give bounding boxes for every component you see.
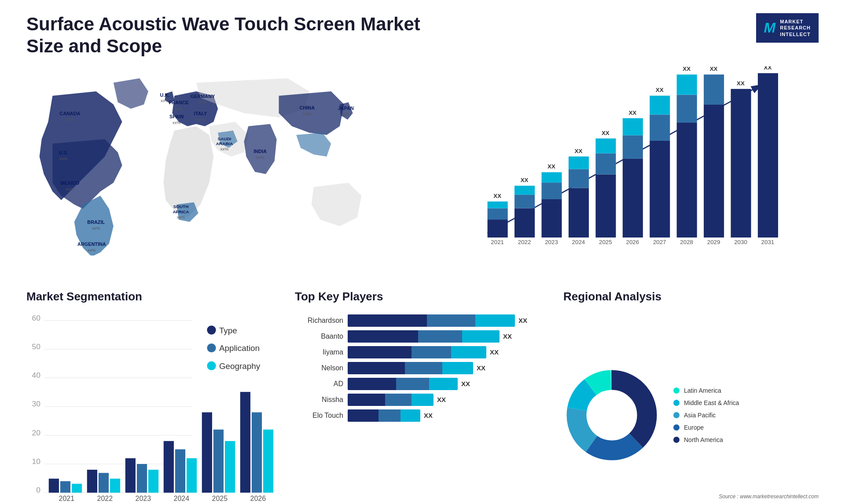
player-bar: [348, 378, 458, 390]
legend-item-europe: Europe: [673, 424, 739, 431]
svg-rect-78: [731, 89, 751, 237]
svg-text:2028: 2028: [680, 239, 693, 245]
svg-text:40: 40: [32, 371, 40, 380]
svg-text:xx%: xx%: [303, 111, 312, 116]
legend-label-mea: Middle East & Africa: [684, 399, 739, 406]
player-bar: [348, 346, 486, 358]
svg-point-133: [588, 391, 636, 439]
world-map: CANADA xx% U.S. xx% MEXICO xx% BRAZIL xx…: [26, 66, 418, 256]
svg-rect-118: [240, 392, 250, 493]
header: Surface Acoustic Wave Touch Screen Marke…: [26, 13, 819, 58]
svg-text:XX: XX: [575, 147, 583, 154]
player-name: Elo Touch: [295, 412, 343, 420]
svg-rect-36: [488, 201, 508, 208]
svg-text:INDIA: INDIA: [254, 149, 267, 154]
svg-rect-120: [263, 429, 273, 493]
svg-text:SAUDI: SAUDI: [218, 136, 231, 141]
svg-text:2024: 2024: [174, 495, 190, 502]
growth-chart-svg: XX 2021 XX 2022 XX 2023 XX 2024: [436, 66, 819, 256]
svg-text:2021: 2021: [491, 239, 504, 245]
player-bar-container: XX: [348, 314, 550, 327]
svg-rect-34: [488, 219, 508, 237]
svg-text:20: 20: [32, 428, 40, 437]
logo-box: M MARKET RESEARCH INTELLECT: [756, 13, 819, 43]
svg-text:xx%: xx%: [342, 112, 350, 117]
svg-rect-40: [514, 195, 535, 208]
svg-text:XX: XX: [521, 177, 529, 183]
svg-rect-98: [49, 478, 59, 493]
svg-text:2022: 2022: [518, 239, 531, 245]
player-bar-container: XX: [348, 330, 550, 343]
player-bar-container: XX: [348, 378, 550, 390]
player-bar: [348, 314, 515, 327]
svg-text:XX: XX: [710, 66, 718, 72]
map-section: CANADA xx% U.S. xx% MEXICO xx% BRAZIL xx…: [26, 66, 418, 256]
legend-dot-europe: [673, 424, 680, 431]
logo-letter: M: [764, 20, 776, 36]
svg-text:CANADA: CANADA: [59, 111, 80, 116]
player-bar-container: XX: [348, 362, 550, 374]
svg-text:ARABIA: ARABIA: [216, 141, 233, 146]
player-name: Nissha: [295, 396, 343, 404]
main-grid: CANADA xx% U.S. xx% MEXICO xx% BRAZIL xx…: [26, 66, 819, 500]
svg-rect-110: [164, 441, 174, 493]
svg-rect-45: [541, 183, 562, 199]
page-container: Surface Acoustic Wave Touch Screen Marke…: [0, 0, 845, 504]
svg-rect-106: [125, 458, 136, 493]
svg-text:XX: XX: [683, 66, 691, 72]
player-name: Nelson: [295, 364, 343, 372]
player-row-baanto: Baanto XX: [295, 330, 550, 343]
svg-point-122: [207, 325, 216, 334]
svg-text:JAPAN: JAPAN: [338, 106, 354, 111]
svg-text:SOUTH: SOUTH: [173, 204, 189, 209]
player-bar-container: XX: [348, 346, 550, 358]
svg-rect-46: [541, 172, 562, 183]
legend-label-europe: Europe: [684, 424, 704, 431]
logo-text: MARKET RESEARCH INTELLECT: [780, 18, 811, 37]
player-value: XX: [477, 364, 485, 372]
svg-text:2030: 2030: [734, 239, 747, 245]
player-bar-container: XX: [348, 409, 550, 422]
svg-text:2031: 2031: [761, 239, 775, 245]
svg-rect-119: [252, 412, 262, 493]
svg-rect-44: [541, 199, 562, 237]
svg-text:xx%: xx%: [198, 99, 207, 104]
svg-text:MEXICO: MEXICO: [60, 180, 79, 186]
player-row-ad: AD XX: [295, 378, 550, 390]
svg-rect-108: [148, 470, 158, 493]
svg-rect-51: [569, 157, 589, 169]
legend-dot-latin: [673, 387, 680, 394]
svg-text:2026: 2026: [626, 239, 639, 245]
legend-dot-asia: [673, 412, 680, 418]
player-row-richardson: Richardson XX: [295, 314, 550, 327]
svg-rect-114: [202, 412, 212, 493]
svg-text:xx%: xx%: [59, 156, 68, 161]
legend-item-asia: Asia Pacific: [673, 412, 739, 419]
player-bar: [348, 394, 434, 406]
svg-text:XX: XX: [547, 163, 555, 170]
svg-text:ITALY: ITALY: [194, 111, 207, 116]
regional-title: Regional Analysis: [563, 290, 819, 303]
svg-text:GERMANY: GERMANY: [191, 93, 215, 99]
seg-chart-area: 0 10 20 30 40 50 60: [26, 310, 282, 504]
svg-point-126: [207, 361, 216, 370]
svg-text:xx%: xx%: [66, 186, 74, 191]
bottom-grid: Market Segmentation 0 10 20 30 40 50 60: [26, 290, 819, 475]
svg-text:U.S.: U.S.: [59, 150, 68, 155]
player-value: XX: [503, 332, 512, 340]
svg-text:2023: 2023: [136, 495, 151, 502]
svg-text:xx%: xx%: [66, 117, 74, 122]
chart-section: XX 2021 XX 2022 XX 2023 XX 2024: [427, 66, 819, 256]
svg-text:xx%: xx%: [256, 155, 265, 160]
svg-rect-104: [110, 478, 120, 493]
player-bar: [348, 362, 473, 374]
svg-text:Application: Application: [219, 343, 260, 353]
svg-text:0: 0: [36, 486, 40, 494]
legend-item-na: North America: [673, 436, 739, 443]
svg-rect-64: [650, 141, 670, 237]
svg-text:10: 10: [32, 457, 40, 466]
regional-section: Regional Analysis: [563, 290, 819, 504]
donut-legend-area: Latin America Middle East & Africa Asia …: [563, 314, 819, 504]
svg-rect-116: [225, 441, 235, 493]
svg-rect-55: [595, 153, 616, 174]
